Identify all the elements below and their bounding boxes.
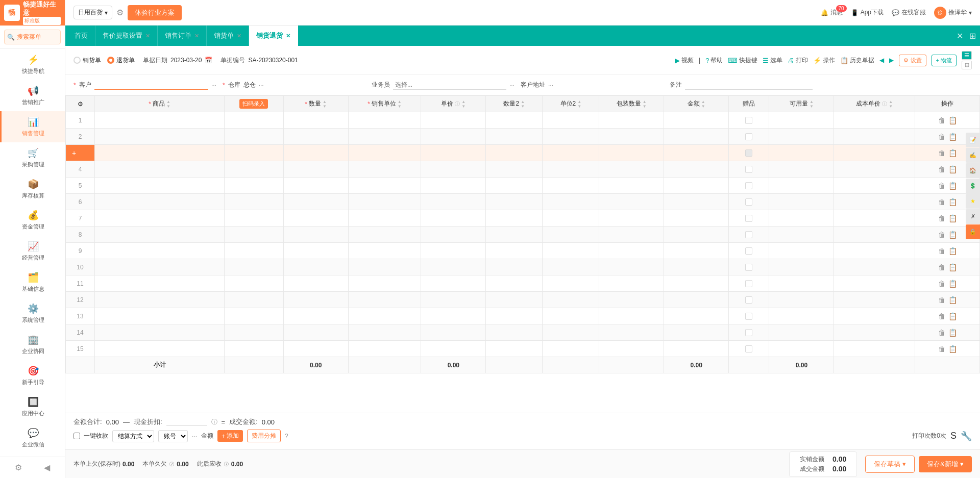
product-cell[interactable]: [95, 129, 225, 145]
right-panel-notes-button[interactable]: 📝: [966, 133, 980, 147]
unit-cell[interactable]: [348, 308, 421, 324]
product-cell[interactable]: [95, 227, 225, 243]
amount-cell[interactable]: [664, 145, 729, 161]
amount-cell[interactable]: [664, 129, 729, 145]
qty-cell[interactable]: [283, 275, 348, 292]
price-cell[interactable]: [421, 112, 486, 129]
sidebar-collapse-button[interactable]: ◀: [40, 461, 54, 474]
unit-cell[interactable]: [348, 161, 421, 178]
gift-checkbox[interactable]: [745, 329, 752, 336]
salesperson-input[interactable]: [393, 80, 506, 90]
save-draft-button[interactable]: 保存草稿 ▾: [865, 456, 915, 473]
qty-cell[interactable]: [283, 227, 348, 243]
logistics-button[interactable]: + 物流: [932, 55, 957, 66]
operate-action[interactable]: ⚡ 操作: [813, 56, 835, 65]
right-panel-cancel-button[interactable]: ✗: [966, 209, 980, 224]
gift-checkbox[interactable]: [745, 215, 752, 222]
discount-info-icon[interactable]: ⓘ: [211, 418, 217, 426]
pkg-qty-cell[interactable]: [599, 129, 664, 145]
sidebar-item-wechat[interactable]: 💬 企业微信: [0, 422, 65, 454]
amount-cell[interactable]: [664, 178, 729, 194]
copy-row-icon[interactable]: 📋: [948, 198, 957, 206]
amount-cell[interactable]: [664, 292, 729, 308]
right-panel-star-button[interactable]: ★: [966, 194, 980, 209]
product-cell[interactable]: [95, 324, 225, 341]
th-gear[interactable]: ⚙: [66, 96, 95, 112]
sogou-icon[interactable]: S: [950, 431, 957, 441]
product-cell[interactable]: [95, 292, 225, 308]
history-action[interactable]: 📋 历史单据: [840, 56, 874, 65]
copy-row-icon[interactable]: 📋: [948, 263, 957, 271]
payment-checkbox-input[interactable]: [74, 433, 80, 439]
delete-row-icon[interactable]: 🗑: [938, 247, 945, 255]
unit-cell[interactable]: [348, 145, 421, 161]
fee-info-icon[interactable]: ?: [285, 433, 288, 440]
sidebar-item-marketing[interactable]: 📢 营销推广: [0, 80, 65, 111]
radio-return[interactable]: 退货单: [107, 56, 135, 65]
gift-checkbox[interactable]: [745, 166, 752, 173]
calendar-icon[interactable]: 📅: [205, 57, 212, 64]
sidebar-item-finance[interactable]: 💰 资金管理: [0, 205, 65, 236]
qty-cell[interactable]: [283, 194, 348, 210]
customer-search-button[interactable]: ···: [211, 82, 216, 89]
amount-cell[interactable]: [664, 275, 729, 292]
unit-cell[interactable]: [348, 129, 421, 145]
unit-cell[interactable]: [348, 194, 421, 210]
qty-cell[interactable]: [283, 341, 348, 357]
app-download-button[interactable]: 📱 App下载: [851, 8, 884, 17]
unit-cell[interactable]: [348, 112, 421, 129]
delete-row-icon[interactable]: 🗑: [938, 149, 945, 157]
tab-sales-delivery[interactable]: 销货单 ✕: [207, 26, 249, 46]
copy-row-icon[interactable]: 📋: [948, 329, 957, 337]
qty2-cell[interactable]: [486, 129, 543, 145]
user-menu[interactable]: 徐 徐泽华 ▾: [934, 7, 972, 19]
delete-row-icon[interactable]: 🗑: [938, 165, 945, 173]
gift-checkbox[interactable]: [745, 280, 752, 287]
tab-home[interactable]: 首页: [67, 26, 95, 46]
gift-checkbox[interactable]: [745, 313, 752, 320]
copy-row-icon[interactable]: 📋: [948, 116, 957, 124]
sidebar-item-system[interactable]: ⚙️ 系统管理: [0, 298, 65, 329]
radio-sale[interactable]: 销货单: [74, 56, 101, 65]
qty2-cell[interactable]: [486, 145, 543, 161]
price-cell[interactable]: [421, 243, 486, 259]
list-view-button[interactable]: ☰: [962, 51, 972, 60]
tab-layout-button[interactable]: ⊞: [967, 31, 978, 41]
gift-checkbox[interactable]: [745, 133, 752, 140]
product-input-active[interactable]: [98, 149, 221, 157]
price-cell[interactable]: [421, 145, 486, 161]
unit-cell[interactable]: [348, 292, 421, 308]
cost-info-icon[interactable]: ⓘ: [882, 100, 887, 108]
unit-cell[interactable]: [348, 243, 421, 259]
video-action[interactable]: ▶ 视频: [675, 56, 694, 65]
copy-row-icon[interactable]: 📋: [948, 280, 957, 288]
qty-cell[interactable]: [283, 243, 348, 259]
product-cell[interactable]: [95, 112, 225, 129]
amount-cell[interactable]: [664, 308, 729, 324]
qty-cell[interactable]: [283, 308, 348, 324]
price-cell[interactable]: [421, 129, 486, 145]
qty-cell[interactable]: [283, 324, 348, 341]
qty-cell[interactable]: [283, 161, 348, 178]
delete-row-icon[interactable]: 🗑: [938, 231, 945, 239]
amount-cell[interactable]: [664, 259, 729, 275]
salesperson-search-button[interactable]: ···: [509, 82, 514, 89]
unit-cell[interactable]: [348, 324, 421, 341]
price-info-icon[interactable]: ⓘ: [455, 100, 460, 108]
sidebar-item-basic[interactable]: 🗂️ 基础信息: [0, 267, 65, 298]
pkg-qty-cell[interactable]: [599, 145, 664, 161]
sidebar-item-sales[interactable]: 📊 销售管理: [0, 111, 65, 142]
discount-input[interactable]: [166, 418, 207, 426]
qty-cell[interactable]: [283, 129, 348, 145]
gift-checkbox[interactable]: [745, 296, 752, 304]
print-action[interactable]: 🖨 打印: [788, 56, 808, 65]
form-settings-button[interactable]: ⚙ 设置: [899, 55, 926, 66]
grid-view-button[interactable]: ⊞: [962, 61, 972, 69]
gift-checkbox[interactable]: [745, 231, 752, 238]
amount-cell[interactable]: [664, 227, 729, 243]
qty-cell[interactable]: [283, 145, 348, 161]
account-select[interactable]: 账号: [158, 430, 188, 442]
tab-close-sales-order[interactable]: ✕: [194, 33, 199, 39]
gift-checkbox[interactable]: [745, 198, 752, 206]
gift-checkbox[interactable]: [745, 149, 752, 157]
